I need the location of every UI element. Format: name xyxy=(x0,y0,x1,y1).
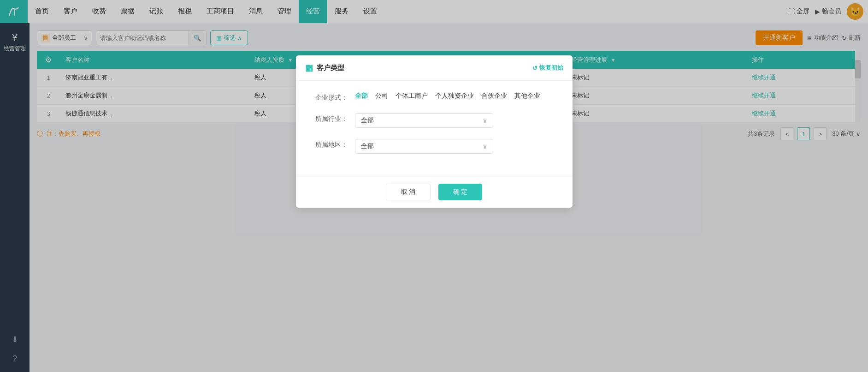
enterprise-option-合伙企业[interactable]: 合伙企业 xyxy=(481,92,507,100)
restore-btn[interactable]: ↺ 恢复初始 xyxy=(532,64,563,72)
region-select[interactable]: 全部 ∨ xyxy=(355,139,493,154)
enterprise-option-其他企业[interactable]: 其他企业 xyxy=(514,92,540,100)
filter-modal: ▦ 客户类型 ↺ 恢复初始 企业形式： 全部公司个体工商户个人独资企业合伙企业其… xyxy=(296,55,573,208)
industry-row: 所属行业： 全部 ∨ xyxy=(311,113,558,128)
industry-select[interactable]: 全部 ∨ xyxy=(355,113,493,128)
cancel-button[interactable]: 取 消 xyxy=(386,184,431,200)
region-select-value: 全部 xyxy=(361,142,374,150)
enterprise-option-全部[interactable]: 全部 xyxy=(355,92,368,100)
industry-value: 全部 ∨ xyxy=(355,113,558,128)
industry-arrow-icon: ∨ xyxy=(483,117,487,124)
enterprise-options: 全部公司个体工商户个人独资企业合伙企业其他企业 xyxy=(355,92,558,100)
restore-icon: ↺ xyxy=(532,65,537,72)
modal-title: 客户类型 xyxy=(317,64,344,72)
modal-type-icon: ▦ xyxy=(305,63,313,73)
enterprise-option-个人独资企业[interactable]: 个人独资企业 xyxy=(435,92,474,100)
region-row: 所属地区： 全部 ∨ xyxy=(311,139,558,154)
enterprise-form-label: 企业形式： xyxy=(311,92,348,102)
modal-header-left: ▦ 客户类型 xyxy=(305,63,344,73)
region-label: 所属地区： xyxy=(311,139,348,149)
modal-footer: 取 消 确 定 xyxy=(296,176,573,208)
region-arrow-icon: ∨ xyxy=(483,143,487,150)
industry-select-value: 全部 xyxy=(361,116,374,125)
modal-header: ▦ 客户类型 ↺ 恢复初始 xyxy=(296,55,573,81)
modal-overlay: ▦ 客户类型 ↺ 恢复初始 企业形式： 全部公司个体工商户个人独资企业合伙企业其… xyxy=(0,0,868,372)
confirm-button[interactable]: 确 定 xyxy=(438,184,483,200)
industry-label: 所属行业： xyxy=(311,113,348,123)
enterprise-option-公司[interactable]: 公司 xyxy=(375,92,388,100)
enterprise-option-个体工商户[interactable]: 个体工商户 xyxy=(396,92,428,100)
modal-body: 企业形式： 全部公司个体工商户个人独资企业合伙企业其他企业 所属行业： 全部 ∨… xyxy=(296,81,573,176)
restore-label: 恢复初始 xyxy=(539,64,563,72)
enterprise-form-row: 企业形式： 全部公司个体工商户个人独资企业合伙企业其他企业 xyxy=(311,92,558,102)
region-value: 全部 ∨ xyxy=(355,139,558,154)
